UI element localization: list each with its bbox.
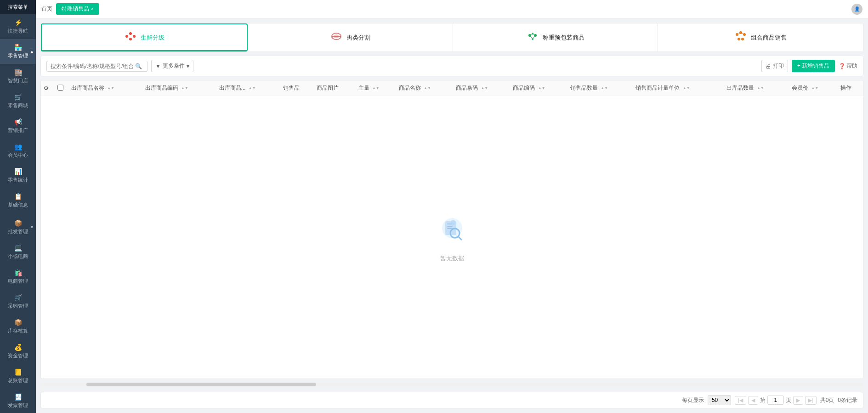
sidebar-item-retail-mgmt[interactable]: 🏪 零售管理 ▲ — [0, 39, 36, 64]
pagination-bar: 每页显示 50 10 20 100 |◀ ◀ 第 页 ▶ ▶| 共0页 0条记录 — [40, 392, 863, 408]
invoice-mgmt-icon: 🧾 — [14, 393, 22, 401]
th-goods-name-label: 商品名称 — [399, 85, 421, 91]
search-box[interactable]: 🔍 — [46, 61, 148, 72]
th-goods-name[interactable]: 商品名称 ▲▼ — [396, 80, 453, 96]
expand-arrow2-icon: ▼ — [30, 225, 34, 229]
search-input[interactable] — [51, 63, 133, 69]
th-sales-qty[interactable]: 销售品数量 ▲▼ — [567, 80, 633, 96]
sidebar-item-quick-nav[interactable]: ⚡ 快捷导航 — [0, 14, 36, 39]
home-breadcrumb[interactable]: 首页 — [41, 5, 52, 13]
page-size-select[interactable]: 50 10 20 100 — [708, 395, 731, 405]
sidebar-item-basic-info[interactable]: 📋 基础信息 — [0, 188, 36, 213]
filter-icon: ▼ — [155, 63, 161, 69]
last-page-button[interactable]: ▶| — [805, 396, 817, 405]
finance-mgmt-icon: 💰 — [14, 344, 22, 351]
sidebar-item-mini-ecom[interactable]: 💻 小畅电商 — [0, 240, 36, 264]
th-goods-code[interactable]: 商品编码 ▲▼ — [510, 80, 567, 96]
sidebar-item-wholesale-mgmt[interactable]: 📦 批发管理 ▼ — [0, 215, 36, 240]
th-main-weight[interactable]: 主量 ▲▼ — [356, 80, 396, 96]
data-table: ⚙ 出库商品名称 ▲▼ 出库商品编码 ▲▼ — [41, 80, 863, 96]
select-all-checkbox[interactable] — [57, 85, 63, 91]
prev-page-button[interactable]: ◀ — [748, 396, 758, 405]
sidebar-item-invoice-mgmt[interactable]: 🧾 发票管理 — [0, 389, 36, 413]
th-sales-unit[interactable]: 销售商品计量单位 ▲▼ — [633, 80, 723, 96]
table-header-row: ⚙ 出库商品名称 ▲▼ 出库商品编码 ▲▼ — [41, 80, 863, 96]
th-out-goods-name[interactable]: 出库商品名称 ▲▼ — [68, 80, 142, 96]
page-nav: |◀ ◀ 第 页 ▶ ▶| — [735, 396, 817, 405]
weigh-pack-label: 称重预包装商品 — [543, 34, 584, 42]
active-tab-label: 特殊销售品 — [62, 5, 89, 13]
add-sales-button[interactable]: + 新增销售品 — [792, 60, 835, 72]
sort-icons: ▲▼ — [372, 86, 380, 90]
th-sales-unit-label: 销售商品计量单位 — [635, 85, 680, 91]
sidebar-item-label: 总账管理 — [8, 377, 28, 384]
th-settings[interactable]: ⚙ — [41, 80, 55, 96]
sidebar-item-smart-store[interactable]: 🏬 智慧门店 — [0, 64, 36, 89]
sort-icons: ▲▼ — [424, 86, 431, 90]
th-out-qty[interactable]: 出库品数量 ▲▼ — [724, 80, 789, 96]
sidebar-item-ecom-mgmt[interactable]: 🛍️ 电商管理 — [0, 264, 36, 289]
sidebar-item-label: 基础信息 — [8, 201, 28, 208]
sidebar-item-sales-promo[interactable]: 📢 营销推广 — [0, 114, 36, 138]
print-button[interactable]: 🖨 打印 — [761, 60, 788, 72]
active-tab[interactable]: 特殊销售品 × — [56, 3, 99, 15]
sidebar-item-label: 会员中心 — [8, 152, 28, 159]
svg-point-29 — [451, 220, 455, 224]
toolbar-right: 🖨 打印 + 新增销售品 ❓ 帮助 — [761, 60, 857, 72]
sidebar-item-finance-mgmt[interactable]: 💰 资金管理 — [0, 339, 36, 364]
top-bar: 首页 特殊销售品 × 👤 — [36, 0, 868, 18]
tab-card-combo[interactable]: 组合商品销售 — [658, 23, 863, 52]
svg-rect-25 — [447, 226, 453, 227]
filter-arrow-icon: ▾ — [187, 63, 189, 69]
fresh-grade-icon — [124, 31, 137, 44]
sort-icons: ▲▼ — [601, 86, 608, 90]
mini-ecom-icon: 💻 — [14, 244, 22, 252]
th-goods-code-label: 商品编码 — [513, 85, 535, 91]
th-sales-goods-label: 销售品 — [283, 85, 300, 91]
meat-cut-label: 肉类分割 — [346, 34, 370, 42]
search-icon[interactable]: 🔍 — [135, 63, 142, 69]
page-number-input[interactable] — [767, 396, 784, 405]
sort-icons: ▲▼ — [481, 86, 488, 90]
sidebar-item-inventory[interactable]: 📦 库存核算 — [0, 314, 36, 339]
th-out-goods-code[interactable]: 出库商品编码 ▲▼ — [142, 80, 216, 96]
th-member-price[interactable]: 会员价 ▲▼ — [789, 80, 838, 96]
ecom-mgmt-icon: 🛍️ — [14, 269, 22, 276]
sidebar-item-retail-mall[interactable]: 🛒 零售商城 — [0, 89, 36, 114]
tab-card-fresh-grade[interactable]: 生鲜分级 — [41, 23, 248, 52]
svg-point-3 — [133, 35, 136, 38]
horizontal-scrollbar[interactable] — [40, 383, 863, 386]
purchase-mgmt-icon: 🛒 — [14, 294, 22, 301]
user-avatar[interactable]: 👤 — [851, 4, 862, 15]
tab-card-weigh-pack[interactable]: 称重预包装商品 — [453, 23, 658, 52]
th-sales-goods: 销售品 — [280, 80, 314, 96]
sidebar-logo[interactable]: 搜索菜单 — [0, 0, 36, 14]
combo-icon — [734, 31, 747, 44]
wholesale-mgmt-icon: 📦 — [14, 219, 22, 227]
th-checkbox[interactable] — [55, 80, 68, 96]
next-page-button[interactable]: ▶ — [793, 396, 803, 405]
empty-state-text: 暂无数据 — [440, 254, 464, 263]
th-out-goods-extra[interactable]: 出库商品... ▲▼ — [216, 80, 281, 96]
top-right-area: 👤 — [851, 4, 862, 15]
smart-store-icon: 🏬 — [14, 69, 22, 76]
help-button[interactable]: ❓ 帮助 — [839, 62, 857, 70]
settings-icon[interactable]: ⚙ — [44, 85, 49, 92]
svg-line-13 — [533, 35, 535, 39]
sidebar-item-retail-stats[interactable]: 📊 零售统计 — [0, 163, 36, 188]
sort-icons: ▲▼ — [811, 86, 818, 90]
toolbar-left: 🔍 ▼ 更多条件 ▾ — [46, 60, 193, 72]
first-page-button[interactable]: |◀ — [735, 396, 746, 405]
tab-card-meat-cut[interactable]: 肉类分割 — [248, 23, 453, 52]
sidebar-item-label: 采购管理 — [8, 303, 28, 310]
print-label: 打印 — [773, 62, 784, 70]
close-tab-icon[interactable]: × — [91, 6, 94, 11]
sidebar-item-ledger-mgmt[interactable]: 📒 总账管理 — [0, 364, 36, 389]
sidebar-item-purchase-mgmt[interactable]: 🛒 采购管理 — [0, 289, 36, 314]
empty-state: 暂无数据 — [41, 96, 863, 379]
th-goods-barcode[interactable]: 商品条码 ▲▼ — [453, 80, 510, 96]
tab-cards: 生鲜分级 肉类分割 — [40, 23, 863, 52]
sidebar-item-member-center[interactable]: 👥 会员中心 — [0, 138, 36, 163]
filter-button[interactable]: ▼ 更多条件 ▾ — [151, 60, 193, 72]
svg-point-18 — [738, 38, 740, 40]
